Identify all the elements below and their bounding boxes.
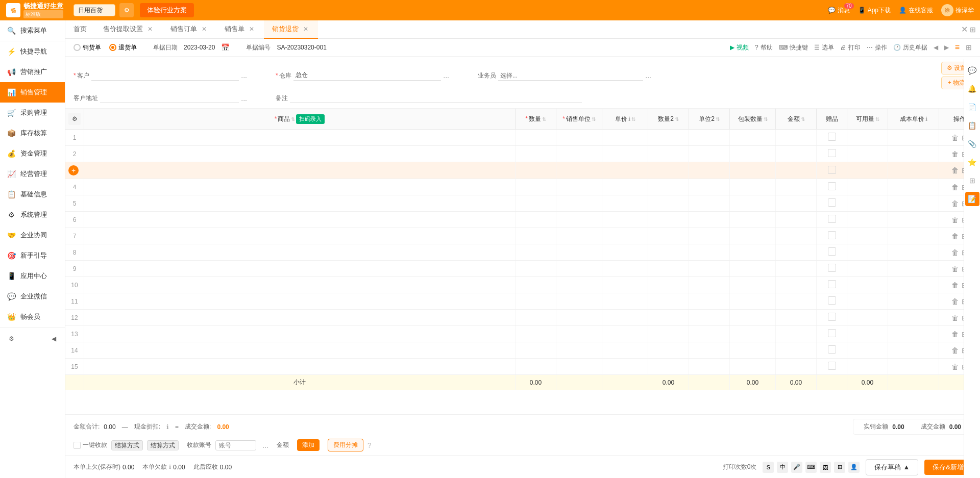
gift-checkbox[interactable]	[828, 182, 836, 190]
pack-qty-cell[interactable]	[730, 342, 776, 359]
product-cell[interactable]	[84, 342, 516, 359]
qty-cell[interactable]	[516, 359, 556, 375]
qty-cell[interactable]	[516, 162, 556, 179]
unit-price-cell[interactable]	[602, 130, 648, 146]
available-cell[interactable]	[847, 326, 888, 342]
unit-price-cell[interactable]	[602, 179, 648, 195]
qty-cell[interactable]	[516, 261, 556, 277]
gift-checkbox[interactable]	[828, 166, 836, 174]
amount-cell[interactable]	[776, 326, 817, 342]
qty2-cell[interactable]	[648, 130, 689, 146]
product-cell[interactable]	[84, 244, 516, 261]
unit2-cell[interactable]	[689, 228, 730, 244]
pack-qty-cell[interactable]	[730, 228, 776, 244]
gift-cell[interactable]	[817, 195, 847, 212]
qty-cell[interactable]	[516, 244, 556, 261]
amount-cell[interactable]	[776, 261, 817, 277]
gift-checkbox[interactable]	[828, 149, 836, 157]
trial-button[interactable]: 体验行业方案	[140, 3, 194, 17]
amount-cell[interactable]	[776, 310, 817, 326]
cash-discount-icon[interactable]: ℹ	[166, 423, 169, 431]
qty2-cell[interactable]	[648, 293, 689, 310]
im-icon-kb[interactable]: ⌨	[805, 462, 817, 473]
delete-row-icon[interactable]: 🗑	[951, 346, 959, 355]
sidebar-item-marketing[interactable]: 📢 营销推广	[0, 62, 65, 82]
gift-cell[interactable]	[817, 162, 847, 179]
available-cell[interactable]	[847, 228, 888, 244]
unit2-cell[interactable]	[689, 310, 730, 326]
sales-unit-cell[interactable]	[556, 228, 602, 244]
tab-sales-order-close[interactable]: ✕	[200, 25, 208, 33]
staff-input[interactable]	[498, 71, 643, 81]
sidebar-item-purchase[interactable]: 🛒 采购管理	[0, 103, 65, 123]
cost-unit-cell[interactable]	[888, 293, 939, 310]
cost-unit-cell[interactable]	[888, 228, 939, 244]
unit2-cell[interactable]	[689, 293, 730, 310]
video-btn[interactable]: ▶ 视频	[730, 43, 749, 52]
gift-checkbox[interactable]	[828, 198, 836, 207]
tab-sales-return-close[interactable]: ✕	[302, 25, 310, 33]
sidebar-item-newbie[interactable]: 🎯 新手引导	[0, 245, 65, 266]
remark-input[interactable]	[290, 93, 582, 103]
delete-row-icon[interactable]: 🗑	[951, 248, 959, 257]
cost-unit-cell[interactable]	[888, 179, 939, 195]
qty2-cell[interactable]	[648, 195, 689, 212]
account-input[interactable]	[215, 440, 256, 450]
qty2-cell[interactable]	[648, 162, 689, 179]
unit2-cell[interactable]	[689, 326, 730, 342]
product-cell[interactable]	[84, 359, 516, 375]
gift-checkbox[interactable]	[828, 231, 836, 239]
right-panel-star-icon[interactable]: ⭐	[965, 155, 979, 169]
sidebar-item-shortcut[interactable]: ⚡ 快捷导航	[0, 41, 65, 62]
sales-unit-cell[interactable]	[556, 179, 602, 195]
right-panel-form-icon[interactable]: 📝	[965, 192, 979, 206]
sidebar-item-inventory[interactable]: 📦 库存核算	[0, 123, 65, 143]
cost-unit-cell[interactable]	[888, 326, 939, 342]
cost-unit-cell[interactable]	[888, 359, 939, 375]
cost-unit-cell[interactable]	[888, 310, 939, 326]
sidebar-collapse-icon[interactable]: ◀	[46, 332, 61, 346]
sidebar-item-operations[interactable]: 📈 经营管理	[0, 164, 65, 184]
unit2-cell[interactable]	[689, 244, 730, 261]
available-cell[interactable]	[847, 293, 888, 310]
im-icon-person[interactable]: 👤	[848, 462, 860, 473]
sidebar-item-search[interactable]: 🔍 搜索菜单	[0, 20, 65, 41]
amount-sort-icon[interactable]: ⇅	[801, 116, 805, 122]
qty2-sort-icon[interactable]: ⇅	[675, 116, 679, 122]
history-btn[interactable]: 🕐 历史单据	[893, 43, 927, 52]
unit-price-cell[interactable]	[602, 342, 648, 359]
gift-checkbox[interactable]	[828, 133, 836, 141]
doc-type-radio-sales[interactable]: 销货单	[74, 43, 101, 52]
pack-qty-cell[interactable]	[730, 293, 776, 310]
tab-sales-close[interactable]: ✕	[248, 25, 256, 33]
qty2-cell[interactable]	[648, 326, 689, 342]
delete-row-icon[interactable]: 🗑	[951, 281, 959, 289]
sidebar-item-sales[interactable]: 📊 销售管理	[0, 82, 65, 103]
right-panel-bell-icon[interactable]: 🔔	[965, 82, 979, 96]
qty2-cell[interactable]	[648, 228, 689, 244]
add-row-button[interactable]: +	[68, 165, 79, 175]
delete-row-icon[interactable]: 🗑	[951, 314, 959, 322]
pack-qty-cell[interactable]	[730, 244, 776, 261]
gift-cell[interactable]	[817, 310, 847, 326]
sales-unit-cell[interactable]	[556, 146, 602, 162]
available-cell[interactable]	[847, 179, 888, 195]
available-sort-icon[interactable]: ⇅	[875, 116, 879, 122]
pack-qty-cell[interactable]	[730, 261, 776, 277]
settlement-method-select[interactable]: 结算方式	[111, 440, 143, 450]
unit2-cell[interactable]	[689, 342, 730, 359]
qty2-cell[interactable]	[648, 146, 689, 162]
pack-qty-cell[interactable]	[730, 310, 776, 326]
pack-qty-cell[interactable]	[730, 212, 776, 228]
gift-cell[interactable]	[817, 244, 847, 261]
tab-sales-return[interactable]: 销货退货 ✕	[264, 20, 318, 39]
cost-unit-cell[interactable]	[888, 162, 939, 179]
amount-cell[interactable]	[776, 162, 817, 179]
one-click-pay-checkbox[interactable]: 一键收款	[74, 441, 107, 449]
qty-cell[interactable]	[516, 195, 556, 212]
gift-checkbox[interactable]	[828, 280, 836, 288]
sidebar-settings-icon[interactable]: ⚙	[4, 332, 18, 346]
delete-row-icon[interactable]: 🗑	[951, 216, 959, 224]
sales-unit-cell[interactable]	[556, 277, 602, 293]
pack-qty-cell[interactable]	[730, 162, 776, 179]
